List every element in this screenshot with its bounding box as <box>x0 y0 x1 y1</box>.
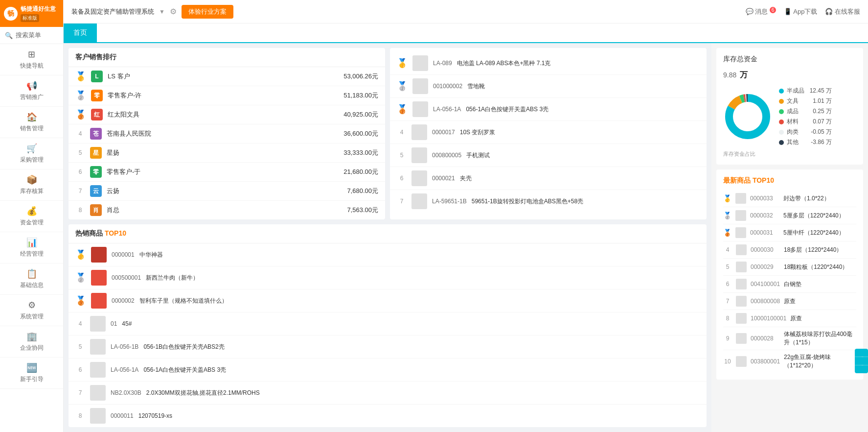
customer-badge: 红 <box>91 109 103 120</box>
float-button[interactable]: 客服热线 <box>855 349 868 357</box>
sidebar-item-finance[interactable]: 💰资金管理 <box>0 201 63 232</box>
legend-dot <box>779 140 784 145</box>
sidebar-item-basic[interactable]: 📋基础信息 <box>0 264 63 295</box>
rank-number: 4 <box>75 130 85 137</box>
top-row: 客户销售排行 🥇 L LS 客户 53,006.26元 🥈 零 零售客户-许 5… <box>69 48 707 219</box>
customer-ranking-panel: 客户销售排行 🥇 L LS 客户 53,006.26元 🥈 零 零售客户-许 5… <box>69 48 385 219</box>
product-image <box>411 124 427 140</box>
donut-svg <box>723 92 772 141</box>
sidebar-item-guide[interactable]: 🆕新手引导 <box>0 358 63 389</box>
rank-number: 5 <box>75 343 85 350</box>
product-code: 000800008 <box>751 298 780 305</box>
marketing-icon: 📢 <box>26 80 37 91</box>
customer-badge: L <box>91 71 103 82</box>
float-button[interactable]: 直播 <box>855 365 868 373</box>
product-image <box>735 193 746 204</box>
sidebar-item-quicknav[interactable]: ⊞快捷导航 <box>0 44 63 75</box>
sidebar-item-marketing[interactable]: 📢营销推广 <box>0 75 63 107</box>
right-panel: 库存总资金 9.88 万 <box>711 43 868 432</box>
product-code: 10000100001 <box>751 315 786 322</box>
rank-number: 7 <box>75 188 85 194</box>
sidebar-item-company[interactable]: 🏢企业协同 <box>0 326 63 358</box>
inventory-amount: 9.88 万 <box>723 66 856 81</box>
customer-name: 零售客户-许 <box>108 91 339 100</box>
product-name: 18颗粒板（1220*2440） <box>784 263 856 271</box>
inventory-panel: 库存总资金 9.88 万 <box>716 48 863 165</box>
product-image <box>91 247 107 263</box>
product-code: LA-056-1A <box>433 106 461 113</box>
legend-item: 半成品 12.45 万 <box>779 87 832 95</box>
list-item: 6 004100001 白钢垫 <box>723 276 856 293</box>
sidebar-item-operation[interactable]: 📊经营管理 <box>0 232 63 264</box>
product-image <box>90 362 106 378</box>
customer-amount: 33,333.00元 <box>343 148 378 157</box>
purchase-icon: 🛒 <box>26 143 37 154</box>
dropdown-arrow[interactable]: ▼ <box>159 8 165 15</box>
hot-title: 热销商品 TOP10 <box>75 229 126 238</box>
sidebar-item-inventory[interactable]: 📦库存核算 <box>0 169 63 201</box>
product-code: 0000002 <box>112 297 135 304</box>
product-image <box>90 385 106 401</box>
product-name: 新西兰牛肉（新牛） <box>146 274 700 282</box>
table-row: 6 零 零售客户-于 21,680.00元 <box>69 163 385 182</box>
sidebar-nav: ⊞快捷导航📢营销推广🏠销售管理🛒采购管理📦库存核算💰资金管理📊经营管理📋基础信息… <box>0 44 63 432</box>
online-service-btn[interactable]: 🎧 在线客服 <box>825 7 860 16</box>
search-menu[interactable]: 🔍 搜索菜单 <box>0 27 63 44</box>
sidebar-item-system[interactable]: ⚙系统管理 <box>0 295 63 326</box>
legend-name: 其他 <box>787 138 799 146</box>
table-row: 5 星 星扬 33,333.00元 <box>69 144 385 163</box>
product-image <box>411 147 427 163</box>
list-item: 7 000800008 原查 <box>723 293 856 310</box>
legend-name: 成品 <box>787 107 799 116</box>
product-image <box>412 55 428 71</box>
inventory-legend: 半成品 12.45 万 文具 1.01 万 成品 0.25 万 材料 0.07 … <box>779 87 832 146</box>
product-image <box>736 313 747 324</box>
content-area: 客户销售排行 🥇 L LS 客户 53,006.26元 🥈 零 零售客户-许 5… <box>64 43 868 432</box>
sidebar-item-purchase[interactable]: 🛒采购管理 <box>0 138 63 169</box>
inventory-sub-label: 库存资金占比 <box>723 150 856 158</box>
product-name: 封边带（1.0*22） <box>783 194 856 203</box>
product-code: 0000001 <box>112 251 135 258</box>
customer-name: 星扬 <box>107 148 339 157</box>
product-name: 18多层（1220*2440） <box>784 246 856 254</box>
product-code: 0000011 <box>111 412 134 419</box>
list-item: 8 0000011 12070519-xs <box>69 405 707 427</box>
message-btn[interactable]: 💬 消息 6 <box>746 7 777 16</box>
sidebar-item-label: 资金管理 <box>20 218 44 227</box>
sidebar-item-label: 新手引导 <box>20 375 44 384</box>
bronze-medal-icon: 🥉 <box>397 104 408 115</box>
search-icon: 🔍 <box>5 32 13 39</box>
left-panels: 客户销售排行 🥇 L LS 客户 53,006.26元 🥈 零 零售客户-许 5… <box>64 43 711 432</box>
trial-btn[interactable]: 体验行业方案 <box>182 5 233 19</box>
bronze-medal-icon: 🥉 <box>75 295 86 306</box>
product-name: 056-1B白色按键开关壳ABS2壳 <box>143 343 700 351</box>
settings-icon[interactable]: ⚙ <box>170 7 177 16</box>
legend-item: 文具 1.01 万 <box>779 97 832 105</box>
customer-name: 苍南县人民医院 <box>107 129 339 138</box>
legend-value: -3.86 万 <box>807 138 832 146</box>
sidebar-item-label: 企业协同 <box>20 344 44 352</box>
product-image <box>412 78 428 94</box>
gold-medal-icon: 🥇 <box>397 58 408 69</box>
legend-value: 12.45 万 <box>807 87 832 95</box>
product-name: 体械荔枝味苏打饮品400毫升（1*15） <box>784 330 856 347</box>
tab-home[interactable]: 首页 <box>64 24 97 43</box>
sidebar-item-sales[interactable]: 🏠销售管理 <box>0 107 63 138</box>
system-icon: ⚙ <box>28 300 36 311</box>
product-name: 白钢垫 <box>784 280 856 288</box>
legend-item: 其他 -3.86 万 <box>779 138 832 146</box>
svg-point-6 <box>734 103 761 130</box>
bronze-medal-icon: 🥉 <box>723 229 731 237</box>
legend-item: 肉类 -0.05 万 <box>779 128 832 136</box>
sidebar-item-label: 快捷导航 <box>20 62 44 70</box>
guide-icon: 🆕 <box>26 362 37 373</box>
product-name: 原查 <box>784 297 856 306</box>
product-image <box>736 244 747 255</box>
customer-badge: 苍 <box>90 128 102 140</box>
app-download-btn[interactable]: 📱 App下载 <box>784 7 817 16</box>
float-button[interactable]: 服务社区 <box>855 357 868 365</box>
table-row: 8 肖 肖总 7,563.00元 <box>69 201 385 219</box>
legend-dot <box>779 120 784 124</box>
rank-number: 6 <box>75 366 85 373</box>
customer-amount: 53,006.26元 <box>343 72 378 81</box>
